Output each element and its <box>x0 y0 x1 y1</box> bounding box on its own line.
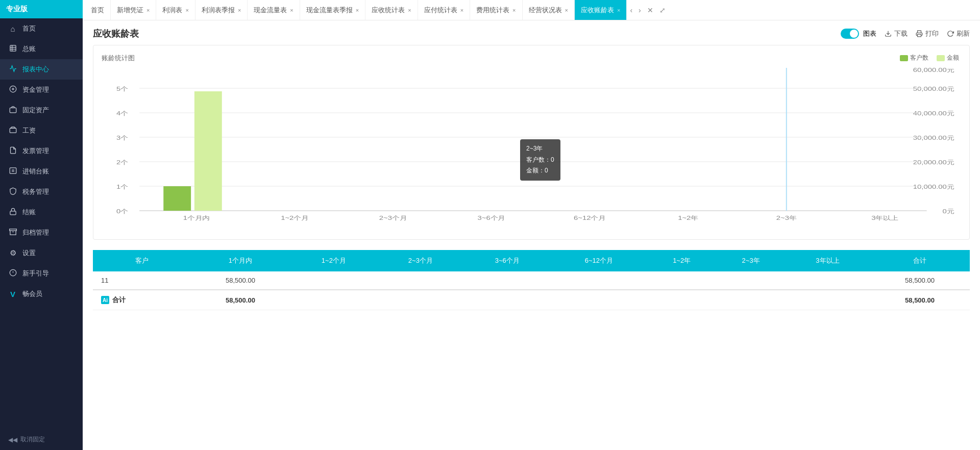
tab-expense-stat-close[interactable]: × <box>512 7 516 13</box>
sidebar-item-label: 设置 <box>22 248 36 258</box>
tab-profit-quarter-label: 利润表季报 <box>202 6 235 15</box>
data-table: 客户 1个月内 1~2个月 2~3个月 3~6个月 6~12个月 1~2年 2~… <box>93 250 970 310</box>
download-button[interactable]: 下载 <box>885 29 908 38</box>
sidebar-item-home[interactable]: ⌂ 首页 <box>0 18 83 39</box>
tab-maximize-btn[interactable]: ⤢ <box>656 0 669 20</box>
svg-text:60,000.00元: 60,000.00元 <box>913 68 954 73</box>
chart-title: 账龄统计图 <box>102 54 961 63</box>
tab-receivable-stat[interactable]: 应收统计表 × <box>365 0 418 20</box>
sidebar-item-label: 首页 <box>22 24 36 33</box>
tab-aging[interactable]: 应收账龄表 × <box>575 0 627 20</box>
page-actions: 图表 下载 打印 刷新 <box>841 29 970 39</box>
download-icon <box>885 30 892 37</box>
inventory-icon <box>8 167 17 176</box>
cell-m1: 58,500.00 <box>190 271 290 290</box>
tab-home[interactable]: 首页 <box>85 0 111 20</box>
print-icon <box>916 30 923 37</box>
total-m612 <box>551 290 647 310</box>
tab-payable-stat-close[interactable]: × <box>460 7 463 13</box>
cell-customer: 11 <box>93 271 190 290</box>
tab-close-all-btn[interactable]: ✕ <box>644 0 656 20</box>
total-icon: Ai <box>101 296 109 304</box>
tab-voucher[interactable]: 新增凭证 × <box>111 0 156 20</box>
tab-bar: 首页 新增凭证 × 利润表 × 利润表季报 × 现金流量表 × 现金流量表季报 … <box>83 0 980 20</box>
tab-voucher-label: 新增凭证 <box>117 6 143 15</box>
svg-rect-11 <box>10 211 15 215</box>
col-m1: 1个月内 <box>190 250 290 271</box>
sidebar-item-tax[interactable]: 税务管理 <box>0 182 83 202</box>
sidebar-item-settings[interactable]: ⚙ 设置 <box>0 243 83 263</box>
sidebar-item-reports[interactable]: 报表中心 <box>0 59 83 80</box>
sidebar-item-ledger[interactable]: 总账 <box>0 39 83 59</box>
download-label: 下载 <box>894 29 908 38</box>
col-customer: 客户 <box>93 250 190 271</box>
col-y23: 2~3年 <box>716 250 785 271</box>
tab-aging-close[interactable]: × <box>617 7 620 13</box>
toggle-track[interactable] <box>841 29 859 39</box>
tab-cashflow[interactable]: 现金流量表 × <box>248 0 300 20</box>
funds-icon <box>8 85 17 94</box>
svg-text:1个月内: 1个月内 <box>183 215 210 221</box>
tax-icon <box>8 187 17 196</box>
salary-icon <box>8 126 17 135</box>
tab-expense-stat[interactable]: 费用统计表 × <box>470 0 522 20</box>
tab-operation-close[interactable]: × <box>565 7 568 13</box>
tab-cashflow-label: 现金流量表 <box>254 6 287 15</box>
tab-profit-close[interactable]: × <box>185 7 188 13</box>
svg-text:0个: 0个 <box>116 208 128 215</box>
tab-cashflow-close[interactable]: × <box>290 7 293 13</box>
tab-profit[interactable]: 利润表 × <box>156 0 195 20</box>
tab-cashflow-quarter[interactable]: 现金流量表季报 × <box>300 0 365 20</box>
sidebar-item-member[interactable]: V 畅会员 <box>0 284 83 304</box>
total-m23 <box>377 290 464 310</box>
sidebar-unpin[interactable]: ◀◀ 取消固定 <box>0 429 83 450</box>
chart-svg: 0个 1个 2个 3个 4个 5个 0元 10,000.00元 20,000.0… <box>102 68 961 221</box>
unpin-icon: ◀◀ <box>8 436 17 443</box>
ledger-icon <box>8 44 17 54</box>
tab-operation[interactable]: 经营状况表 × <box>523 0 575 20</box>
tab-cashflow-quarter-close[interactable]: × <box>356 7 359 13</box>
tab-voucher-close[interactable]: × <box>146 7 150 13</box>
legend-amount: 金额 <box>937 54 959 62</box>
cell-y12 <box>647 271 716 290</box>
svg-text:2~3个月: 2~3个月 <box>379 215 407 221</box>
cell-total: 58,500.00 <box>870 271 970 290</box>
sidebar-item-label: 报表中心 <box>22 65 49 74</box>
print-button[interactable]: 打印 <box>916 29 939 38</box>
tab-profit-quarter[interactable]: 利润表季报 × <box>195 0 248 20</box>
tab-profit-quarter-close[interactable]: × <box>238 7 241 13</box>
sidebar-item-label: 总账 <box>22 44 36 54</box>
total-total: 58,500.00 <box>870 290 970 310</box>
svg-text:10,000.00元: 10,000.00元 <box>913 184 954 190</box>
svg-text:3年以上: 3年以上 <box>871 215 898 221</box>
sidebar-item-archive[interactable]: 归档管理 <box>0 222 83 243</box>
tab-profit-label: 利润表 <box>162 6 182 15</box>
sidebar-item-inventory[interactable]: 进销台账 <box>0 161 83 182</box>
tab-receivable-stat-close[interactable]: × <box>408 7 411 13</box>
col-y3p: 3年以上 <box>786 250 870 271</box>
sidebar-item-closing[interactable]: 结账 <box>0 202 83 222</box>
sidebar-item-funds[interactable]: 资金管理 <box>0 80 83 100</box>
refresh-button[interactable]: 刷新 <box>947 29 970 38</box>
tab-next-btn[interactable]: › <box>635 0 644 20</box>
tab-home-label: 首页 <box>91 6 104 15</box>
sidebar-item-guide[interactable]: 新手引导 <box>0 263 83 284</box>
toggle-thumb <box>850 30 858 38</box>
sidebar-item-label: 税务管理 <box>22 187 49 196</box>
tab-prev-btn[interactable]: ‹ <box>627 0 635 20</box>
chart-toggle[interactable]: 图表 <box>841 29 876 39</box>
sidebar-item-invoice[interactable]: 发票管理 <box>0 141 83 161</box>
app-logo: 专业版 <box>0 0 83 18</box>
tab-aging-label: 应收账龄表 <box>581 6 614 15</box>
svg-text:2~3年: 2~3年 <box>776 215 797 221</box>
sidebar-item-label: 归档管理 <box>22 228 49 237</box>
print-label: 打印 <box>925 29 939 38</box>
sidebar-item-salary[interactable]: 工资 <box>0 120 83 141</box>
assets-icon <box>8 106 17 115</box>
guide-icon <box>8 269 17 278</box>
svg-rect-12 <box>9 229 16 231</box>
sidebar-item-assets[interactable]: 固定资产 <box>0 100 83 120</box>
sidebar-item-label: 新手引导 <box>22 269 49 278</box>
tab-payable-stat[interactable]: 应付统计表 × <box>418 0 470 20</box>
cell-m23 <box>377 271 464 290</box>
